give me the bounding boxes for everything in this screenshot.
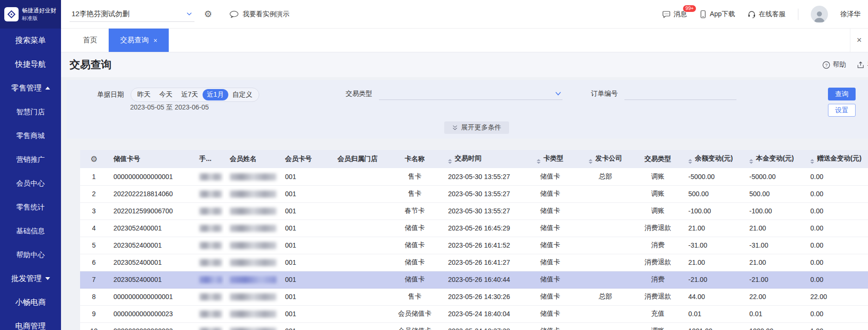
cell-balance_change: -21.00: [683, 271, 744, 288]
column-settings-gear-icon[interactable]: ⚙: [90, 155, 97, 164]
close-tabs-button[interactable]: ×: [850, 29, 868, 52]
cell-idx: 10: [80, 322, 108, 330]
cell-card_name: 储值卡: [387, 220, 442, 237]
date-option-今天[interactable]: 今天: [155, 89, 177, 100]
settings-button[interactable]: 设置: [828, 104, 856, 117]
cell-time: 2023-05-26 16:45:29: [442, 220, 522, 237]
table-row[interactable]: 52023052400001001储值卡2023-05-26 16:41:52储…: [80, 237, 868, 254]
sidebar-item-快捷导航[interactable]: 快捷导航: [0, 52, 61, 76]
column-label: 卡类型: [543, 154, 563, 162]
tab-transaction-query[interactable]: 交易查询×: [109, 29, 169, 52]
sidebar-item-label: 快捷导航: [15, 60, 46, 70]
col-header-principal_change[interactable]: 本金变动(元): [744, 150, 805, 168]
date-option-昨天[interactable]: 昨天: [133, 89, 155, 100]
cell-card_name: 会员储值卡: [387, 322, 442, 330]
sidebar-item-小畅电商[interactable]: 小畅电商: [0, 290, 61, 314]
org-selector[interactable]: 12李艳芬测试勿删: [70, 7, 194, 22]
avatar[interactable]: [811, 6, 828, 23]
sidebar-item-搜索菜单[interactable]: 搜索菜单: [0, 29, 61, 52]
cell-phone: [194, 254, 224, 271]
demo-link[interactable]: 我要看实例演示: [229, 10, 289, 19]
messages-button[interactable]: 消息 99+: [662, 10, 687, 19]
col-header-issuer[interactable]: 发卡公司: [578, 150, 633, 168]
column-label: 会员卡号: [285, 155, 312, 162]
tab-home[interactable]: 首页: [71, 29, 109, 52]
help-button[interactable]: ? 帮助: [822, 60, 846, 69]
app-download-button[interactable]: App下载: [699, 10, 735, 19]
tx-type-select[interactable]: [379, 88, 562, 100]
query-button[interactable]: 查询: [828, 88, 856, 100]
gear-icon[interactable]: ⚙: [204, 9, 212, 20]
sidebar-item-智慧门店[interactable]: 智慧门店: [0, 100, 61, 124]
table-row[interactable]: 100000000000000023001会员储值卡2023-05-24 18:…: [80, 322, 868, 330]
app-download-label: App下载: [710, 10, 735, 19]
sidebar-item-基础信息[interactable]: 基础信息: [0, 219, 61, 243]
cell-name: [224, 237, 279, 254]
username[interactable]: 徐泽华: [840, 10, 860, 19]
cell-name: [224, 288, 279, 305]
export-icon: [857, 61, 865, 69]
cell-issuer: [578, 220, 633, 237]
sort-icon[interactable]: [589, 159, 592, 164]
date-option-近1月[interactable]: 近1月: [203, 89, 228, 100]
sidebar-item-零售管理[interactable]: 零售管理: [0, 76, 61, 100]
sidebar-item-零售商城[interactable]: 零售商城: [0, 124, 61, 148]
cell-tx_type: 调账: [633, 202, 683, 220]
table-row[interactable]: 62023052400001001储值卡2023-05-26 16:41:27储…: [80, 254, 868, 271]
sort-icon[interactable]: [749, 159, 753, 164]
online-service-button[interactable]: 在线客服: [747, 10, 786, 19]
sidebar-item-label: 电商管理: [15, 321, 46, 330]
date-option-近7天[interactable]: 近7天: [177, 89, 203, 100]
sidebar-item-零售统计[interactable]: 零售统计: [0, 195, 61, 219]
sidebar-item-营销推广[interactable]: 营销推广: [0, 148, 61, 171]
chevron-down-icon: [555, 91, 562, 97]
expand-triangle-icon: [45, 277, 50, 280]
close-tab-icon[interactable]: ×: [153, 37, 157, 44]
filter-buttons: 查询 设置: [828, 88, 856, 117]
sort-icon[interactable]: [810, 159, 814, 164]
cell-card_no: 0000000000000001: [108, 288, 194, 305]
sidebar-item-帮助中心[interactable]: 帮助中心: [0, 243, 61, 267]
table-row[interactable]: 10000000000000001001售卡2023-05-30 13:55:2…: [80, 168, 868, 185]
table-row[interactable]: 72023052400001001储值卡2023-05-26 16:40:44储…: [80, 271, 868, 288]
table-row[interactable]: 22022022218814060001售卡2023-05-30 13:55:2…: [80, 185, 868, 202]
export-button[interactable]: 导出: [857, 60, 868, 69]
tab-list: 首页交易查询×: [61, 29, 169, 52]
cell-card_name: 售卡: [387, 168, 442, 185]
cell-card_name: 储值卡: [387, 254, 442, 271]
cell-issuer: [578, 202, 633, 220]
cell-member_no: 001: [279, 202, 332, 220]
cell-idx: 2: [80, 185, 108, 202]
cell-store: [332, 254, 387, 271]
sidebar-item-label: 小畅电商: [15, 298, 46, 308]
sort-icon[interactable]: [688, 159, 692, 164]
sidebar-item-label: 帮助中心: [16, 250, 45, 260]
topbar-right: 消息 99+ App下载 在线客服 徐泽华: [662, 6, 860, 23]
sort-icon[interactable]: [448, 159, 452, 164]
col-header-balance_change[interactable]: 余额变动(元): [683, 150, 744, 168]
cell-principal_change: 21.00: [744, 254, 805, 271]
cell-name: [224, 220, 279, 237]
cell-store: [332, 237, 387, 254]
sort-icon[interactable]: [537, 159, 541, 164]
order-no-input[interactable]: [624, 88, 736, 100]
demo-link-label: 我要看实例演示: [243, 10, 289, 19]
expand-more-button[interactable]: 展开更多条件: [444, 121, 509, 134]
sidebar-item-会员中心[interactable]: 会员中心: [0, 171, 61, 195]
date-filter: 单据日期 昨天今天近7天近1月自定义 2023-05-05 至 2023-06-…: [97, 88, 302, 102]
col-header-bonus_change[interactable]: 赠送金变动(元): [805, 150, 868, 168]
table-row[interactable]: 42023052400001001储值卡2023-05-26 16:45:29储…: [80, 220, 868, 237]
table-row[interactable]: 90000000000000023001会员储值卡2023-05-24 18:4…: [80, 305, 868, 322]
date-option-自定义[interactable]: 自定义: [228, 89, 257, 100]
sidebar-nav: 搜索菜单快捷导航零售管理智慧门店零售商城营销推广会员中心零售统计基础信息帮助中心…: [0, 29, 61, 330]
cell-name: [224, 271, 279, 288]
sidebar-item-电商管理[interactable]: 电商管理: [0, 314, 61, 330]
table-row[interactable]: 80000000000000001001售卡2023-05-26 14:30:2…: [80, 288, 868, 305]
demo-bubble-icon: [229, 10, 239, 18]
sidebar-item-批发管理[interactable]: 批发管理: [0, 267, 61, 290]
cell-phone: [194, 202, 224, 220]
col-header-card_type[interactable]: 卡类型: [522, 150, 578, 168]
cell-store: [332, 168, 387, 185]
col-header-time[interactable]: 交易时间: [442, 150, 522, 168]
table-row[interactable]: 32022012599006700001春节卡2023-05-30 13:55:…: [80, 202, 868, 220]
